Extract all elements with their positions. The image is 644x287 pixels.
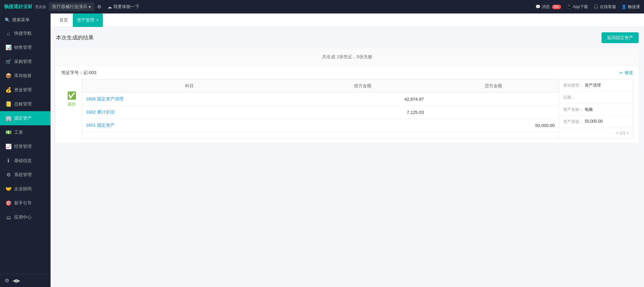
experience-button[interactable]: ☁ 我要体验一下 <box>104 2 143 11</box>
voucher-info-panel: 变动类型： 资产清理 日期： 资产名称： 电脑 <box>559 79 633 138</box>
sidebar-label-system: 系统管理 <box>14 172 32 178</box>
sidebar-label-sales: 销售管理 <box>14 44 32 51</box>
sidebar-label-capital: 资金管理 <box>14 87 32 93</box>
table-row: 1606 固定资产清理 42,874.97 <box>82 93 559 106</box>
sidebar-item-basic-info[interactable]: ℹ 基础信息 <box>0 154 51 168</box>
change-type-label: 变动类型： <box>563 83 583 88</box>
sidebar-item-enterprise[interactable]: 🤝 企业协同 <box>0 182 51 196</box>
basic-info-icon: ℹ <box>5 158 11 164</box>
settings-bottom-icon[interactable]: ⚙ <box>5 278 9 284</box>
result-panel: 共生成 1张凭证，0张失败 凭证字号：记-003 ✏ 修改 <box>56 49 639 142</box>
sidebar-label-quick-nav: 快捷导航 <box>14 30 32 36</box>
info-date: 日期： <box>559 92 633 104</box>
pagination[interactable]: < 1/1 > <box>559 128 633 138</box>
asset-value-label: 资产原值： <box>563 119 583 125</box>
message-action[interactable]: 💬 消息 99+ <box>535 4 561 10</box>
tab-home[interactable]: 首页 <box>56 14 71 26</box>
experience-label: 我要体验一下 <box>113 4 140 10</box>
success-label: 成功 <box>67 101 75 107</box>
headset-icon: 🎧 <box>593 4 599 9</box>
edit-icon: ✏ <box>619 70 623 75</box>
inventory-icon: 📦 <box>5 73 11 79</box>
voucher-number: 凭证字号：记-003 <box>61 70 96 76</box>
sidebar-label-fixed-assets: 固定资产 <box>14 115 32 121</box>
logo-text: 畅捷通好业财 <box>4 4 32 10</box>
search-icon: 🔍 <box>5 18 10 23</box>
sidebar-item-purchase[interactable]: 🛒 采购管理 <box>0 55 51 69</box>
guide-icon: 🎯 <box>5 200 11 206</box>
voucher-table: 科目 借方金额 贷方金额 1606 固定资产清理 <box>82 79 559 132</box>
result-summary: 共生成 1张凭证，0张失败 <box>56 49 639 66</box>
sidebar: 🔍 搜索菜单 ⌂ 快捷导航 📊 销售管理 🛒 采购管理 📦 库存核算 💰 资金管… <box>0 13 51 287</box>
row2-debit: 7,125.03 <box>297 106 428 119</box>
asset-name-value: 电脑 <box>585 107 593 113</box>
support-label: 在线客服 <box>600 4 616 10</box>
settings-icon[interactable]: ⚙ <box>97 4 101 9</box>
voucher-content: 科目 借方金额 贷方金额 1606 固定资产清理 <box>82 79 633 138</box>
sidebar-item-ledger[interactable]: 📒 总账管理 <box>0 97 51 111</box>
voucher-table-area: 科目 借方金额 贷方金额 1606 固定资产清理 <box>82 79 559 138</box>
sidebar-label-apps: 应用中心 <box>14 214 32 220</box>
sidebar-label-operations: 经营管理 <box>14 144 32 150</box>
user-action[interactable]: 👤 畅捷通 <box>621 4 640 10</box>
info-asset-name: 资产名称： 电脑 <box>559 104 633 116</box>
edit-button[interactable]: ✏ 修改 <box>619 70 633 76</box>
mobile-icon: 📱 <box>566 4 572 9</box>
sidebar-item-fixed-assets[interactable]: 🏢 固定资产 <box>0 111 51 125</box>
message-icon: 💬 <box>535 4 541 9</box>
voucher-table-col: 科目 借方金额 贷方金额 1606 固定资产清理 <box>82 79 633 138</box>
user-name: 畅捷通 <box>628 4 640 10</box>
sidebar-item-guide[interactable]: 🎯 新手引导 <box>0 196 51 210</box>
app-edition: 普及版 <box>35 4 46 9</box>
page-title: 本次生成的结果 <box>56 34 94 41</box>
user-icon: 👤 <box>621 4 626 9</box>
success-badge: ✅ 成功 <box>64 89 79 138</box>
fixed-assets-icon: 🏢 <box>5 115 11 121</box>
tab-close-icon[interactable]: × <box>96 18 99 23</box>
sidebar-item-capital[interactable]: 💰 资金管理 <box>0 83 51 97</box>
page-content: 本次生成的结果 返回固定资产 共生成 1张凭证，0张失败 凭证字号：记-003 … <box>51 27 644 287</box>
info-change-type: 变动类型： 资产清理 <box>559 79 633 92</box>
sidebar-item-sales[interactable]: 📊 销售管理 <box>0 40 51 55</box>
company-selector[interactable]: 医疗器械行业演示 ▾ <box>49 2 94 11</box>
sidebar-label-basic-info: 基础信息 <box>14 158 32 164</box>
sales-icon: 📊 <box>5 44 11 51</box>
pagination-text[interactable]: < 1/1 > <box>616 131 629 135</box>
asset-name-label: 资产名称： <box>563 107 583 113</box>
sidebar-label-purchase: 采购管理 <box>14 59 32 65</box>
experience-icon: ☁ <box>108 4 112 9</box>
col-header-subject: 科目 <box>82 79 297 93</box>
row3-debit <box>297 119 428 132</box>
operations-icon: 📈 <box>5 144 11 150</box>
voucher-body: ✅ 成功 <box>61 79 633 138</box>
company-name: 医疗器械行业演示 <box>52 4 87 10</box>
sidebar-item-quick-nav[interactable]: ⌂ 快捷导航 <box>0 26 51 40</box>
app-download-label: App下载 <box>573 4 588 10</box>
sidebar-item-system[interactable]: ⚙ 系统管理 <box>0 168 51 182</box>
tab-asset-management[interactable]: 资产管理 × <box>73 13 103 27</box>
search-menu-label: 搜索菜单 <box>12 17 30 23</box>
col-header-debit: 借方金额 <box>297 79 428 93</box>
row1-credit <box>428 93 559 106</box>
page-header: 本次生成的结果 返回固定资产 <box>56 32 639 43</box>
voucher-section: 凭证字号：记-003 ✏ 修改 ✅ 成功 <box>56 66 639 142</box>
info-asset-value: 资产原值： 50,000.00 <box>559 116 633 128</box>
home-icon: ⌂ <box>5 31 11 36</box>
top-header: 畅捷通好业财 普及版 医疗器械行业演示 ▾ ⚙ ☁ 我要体验一下 💬 消息 99… <box>0 0 644 13</box>
sidebar-label-guide: 新手引导 <box>14 200 32 206</box>
capital-icon: 💰 <box>5 87 11 93</box>
sidebar-item-inventory[interactable]: 📦 库存核算 <box>0 69 51 83</box>
payroll-icon: 💵 <box>5 129 11 135</box>
tab-bar: 首页 资产管理 × <box>51 13 644 27</box>
sidebar-label-ledger: 总账管理 <box>14 101 32 107</box>
collapse-icon[interactable]: ◀▶ <box>12 278 21 284</box>
sidebar-item-operations[interactable]: 📈 经营管理 <box>0 139 51 154</box>
sidebar-item-apps[interactable]: 🗂 应用中心 <box>0 210 51 224</box>
sidebar-item-payroll[interactable]: 💵 工资 <box>0 125 51 139</box>
app-download-action[interactable]: 📱 App下载 <box>566 4 588 10</box>
message-label: 消息 <box>542 4 550 10</box>
search-menu-item[interactable]: 🔍 搜索菜单 <box>0 13 51 26</box>
online-support-action[interactable]: 🎧 在线客服 <box>593 4 616 10</box>
sidebar-label-payroll: 工资 <box>14 129 23 135</box>
return-fixed-assets-button[interactable]: 返回固定资产 <box>602 32 639 43</box>
